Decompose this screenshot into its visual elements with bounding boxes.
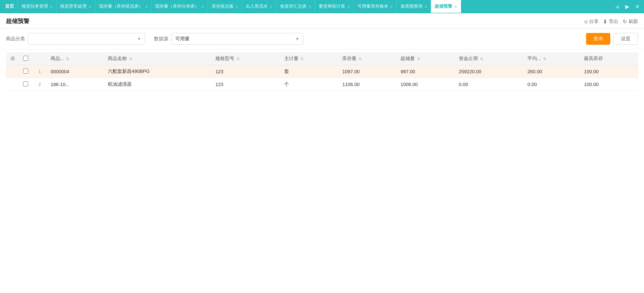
col-header-unit[interactable]: 主计量 ⇅ xyxy=(281,52,339,65)
nav-arrow-right[interactable]: ▶ xyxy=(622,0,632,13)
nav-tab-label-collect: 收发存汇总表 xyxy=(280,3,307,10)
nav-tab-label-exception: 拣货异常处理 xyxy=(60,3,87,10)
export-button[interactable]: ⬇ 导出 xyxy=(603,18,618,25)
filter-area: 商品分类 ▼ 数据源 可用量 ▼ 查询 设置 xyxy=(0,29,644,49)
sort-icon-capital: ⇅ xyxy=(480,57,483,61)
nav-tab-inout[interactable]: 出入库流水× xyxy=(242,0,276,13)
col-header-over[interactable]: 超储量 ⇅ xyxy=(397,52,455,65)
nav-tab-exception[interactable]: 拣货异常处理× xyxy=(56,0,95,13)
nav-tab-close-stock-status[interactable]: × xyxy=(145,4,147,9)
gear-settings-icon[interactable]: ⚙ xyxy=(10,55,15,62)
col-header-spec[interactable]: 规格型号 ⇅ xyxy=(212,52,280,65)
nav-tab-avail-stock[interactable]: 可用量库存账本× xyxy=(354,0,397,13)
nav-tab-stock-dist[interactable]: 现存量（库存分布表）× xyxy=(151,0,208,13)
row-spec-1: 123 xyxy=(212,78,280,91)
settings-button[interactable]: 设置 xyxy=(613,33,638,45)
sort-icon-code: ⇅ xyxy=(66,57,69,61)
col-header-index xyxy=(32,52,47,65)
col-header-name[interactable]: 商品名称 ⇅ xyxy=(104,52,212,65)
col-header-capital[interactable]: 资金占用 ⇅ xyxy=(455,52,524,65)
nav-tab-close-stock-dist[interactable]: × xyxy=(201,4,204,9)
top-nav: 首页拣货任务管理×拣货异常处理×现存量（库存状况表）×现存量（库存分布表）×库存… xyxy=(0,0,644,13)
nav-tab-close-quality[interactable]: × xyxy=(425,4,427,9)
page-content: 超储预警 ⎋ 分享 ⬇ 导出 ↻ 刷新 商品分类 ▼ 数据源 xyxy=(0,13,644,293)
page-title: 超储预警 xyxy=(6,18,29,25)
col-header-max[interactable]: 最高库存 xyxy=(580,52,638,65)
row-unit-0: 套 xyxy=(281,65,339,78)
select-all-checkbox[interactable] xyxy=(23,56,28,61)
col-header-gear: ⚙ xyxy=(6,52,19,65)
nav-tab-close-batch[interactable]: × xyxy=(236,4,238,9)
row-capital-1: 0.00 xyxy=(455,78,524,91)
datasource-chevron-icon: ▼ xyxy=(295,37,299,41)
nav-arrows: ◀ ▶ ✕ xyxy=(612,0,643,13)
row-check-1[interactable] xyxy=(19,78,32,91)
row-max-1: 100.00 xyxy=(580,78,638,91)
share-button[interactable]: ⎋ 分享 xyxy=(585,18,599,25)
nav-tab-close-exception[interactable]: × xyxy=(89,4,91,9)
nav-tab-home[interactable]: 首页 xyxy=(1,0,18,13)
col-header-check xyxy=(19,52,32,65)
nav-tab-order-stat[interactable]: 要货单统计表× xyxy=(315,0,354,13)
row-capital-0: 259220.00 xyxy=(455,65,524,78)
row-code-1: 186-10... xyxy=(47,78,104,91)
nav-tab-label-home: 首页 xyxy=(5,3,14,10)
nav-tab-label-stock-status: 现存量（库存状况表） xyxy=(99,3,143,10)
nav-tab-close-collect[interactable]: × xyxy=(309,4,311,9)
col-header-avg[interactable]: 平均... ⇅ xyxy=(524,52,580,65)
row-unit-1: 个 xyxy=(281,78,339,91)
nav-tab-task-mgmt[interactable]: 拣货任务管理× xyxy=(18,0,56,13)
share-icon: ⎋ xyxy=(585,19,588,25)
nav-tab-label-quality: 保质期查询 xyxy=(400,3,422,10)
nav-tab-overstock[interactable]: 超储预警× xyxy=(431,0,461,13)
export-icon: ⬇ xyxy=(603,19,607,25)
nav-tab-label-batch: 库存批次账 xyxy=(212,3,234,10)
nav-tab-label-task-mgmt: 拣货任务管理 xyxy=(22,3,48,10)
nav-close-btn[interactable]: ✕ xyxy=(632,0,643,13)
row-over-0: 997.00 xyxy=(397,65,455,78)
row-check-0[interactable] xyxy=(19,65,32,78)
category-select[interactable]: ▼ xyxy=(28,33,145,45)
header-actions: ⎋ 分享 ⬇ 导出 ↻ 刷新 xyxy=(585,18,638,25)
table-wrapper: ⚙ 商品... ⇅ 商品名称 ⇅ 规格型号 xyxy=(0,49,644,91)
category-label: 商品分类 xyxy=(6,36,25,42)
nav-tab-stock-status[interactable]: 现存量（库存状况表）× xyxy=(95,0,151,13)
row-avg-1: 0.00 xyxy=(524,78,580,91)
sort-icon-avg: ⇅ xyxy=(543,57,546,61)
nav-arrow-left[interactable]: ◀ xyxy=(612,0,622,13)
nav-tab-close-inout[interactable]: × xyxy=(270,4,272,9)
nav-tab-batch[interactable]: 库存批次账× xyxy=(208,0,242,13)
nav-tab-label-order-stat: 要货单统计表 xyxy=(319,3,345,10)
datasource-filter: 数据源 可用量 ▼ xyxy=(154,33,303,45)
nav-tab-label-inout: 出入库流水 xyxy=(246,3,268,10)
query-button[interactable]: 查询 xyxy=(586,33,610,45)
nav-tab-close-avail-stock[interactable]: × xyxy=(391,4,393,9)
row-checkbox-1[interactable] xyxy=(23,81,28,86)
datasource-select[interactable]: 可用量 ▼ xyxy=(171,33,303,45)
sort-icon-stock: ⇅ xyxy=(359,57,362,61)
category-chevron-icon: ▼ xyxy=(137,37,141,41)
table-row: 2 186-10... 机油滤清器 123 个 1106.00 1006.00 … xyxy=(6,78,638,91)
row-name-0: 六配套新昌490BPG xyxy=(104,65,212,78)
refresh-icon: ↻ xyxy=(623,19,627,25)
row-over-1: 1006.00 xyxy=(397,78,455,91)
nav-tab-close-task-mgmt[interactable]: × xyxy=(50,4,52,9)
datasource-label: 数据源 xyxy=(154,36,168,42)
row-checkbox-0[interactable] xyxy=(23,68,28,74)
nav-tab-collect[interactable]: 收发存汇总表× xyxy=(277,0,315,13)
sort-icon-name: ⇅ xyxy=(129,57,132,61)
row-name-1: 机油滤清器 xyxy=(104,78,212,91)
col-header-stock[interactable]: 库存量 ⇅ xyxy=(339,52,397,65)
row-gear-1 xyxy=(6,78,19,91)
nav-tab-quality[interactable]: 保质期查询× xyxy=(397,0,431,13)
sort-icon-unit: ⇅ xyxy=(300,57,303,61)
sort-icon-over: ⇅ xyxy=(417,57,420,61)
nav-tab-close-order-stat[interactable]: × xyxy=(347,4,350,9)
refresh-button[interactable]: ↻ 刷新 xyxy=(623,18,638,25)
nav-tab-close-overstock[interactable]: × xyxy=(454,4,457,9)
row-index-0: 1 xyxy=(32,65,47,78)
row-gear-0 xyxy=(6,65,19,78)
row-stock-1: 1106.00 xyxy=(339,78,397,91)
col-header-code[interactable]: 商品... ⇅ xyxy=(47,52,104,65)
row-avg-0: 260.00 xyxy=(524,65,580,78)
